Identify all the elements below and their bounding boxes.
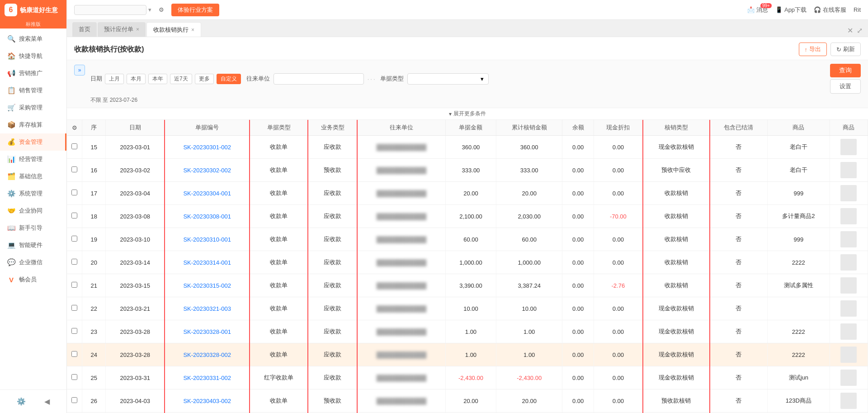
sidebar-item-hardware[interactable]: 💻 智能硬件 bbox=[0, 237, 66, 254]
sidebar-item-ops[interactable]: 📊 经营管理 bbox=[0, 151, 66, 168]
user-info[interactable]: Rit bbox=[854, 6, 861, 13]
doc-no-link[interactable]: SK-20230304-001 bbox=[183, 190, 231, 197]
date-7days-btn[interactable]: 近7天 bbox=[170, 74, 192, 84]
date-last-month-btn[interactable]: 上月 bbox=[105, 74, 124, 84]
row-include-settled: 否 bbox=[710, 136, 768, 159]
row-amount: 10.00 bbox=[445, 297, 496, 320]
sidebar-item-wechat[interactable]: 💬 企业微信 bbox=[0, 254, 66, 271]
sidebar-item-marketing[interactable]: 📢 营销推广 bbox=[0, 65, 66, 82]
doc-no-link[interactable]: SK-20230301-002 bbox=[183, 144, 231, 151]
tab-receipt-close-icon[interactable]: × bbox=[191, 27, 194, 33]
sidebar-item-corp[interactable]: 🤝 企业协同 bbox=[0, 202, 66, 219]
doc-no-link[interactable]: SK-20230403-002 bbox=[183, 398, 231, 404]
app-download-button[interactable]: 📱 App下载 bbox=[775, 6, 807, 14]
tab-expand-icon[interactable]: ⤢ bbox=[857, 26, 863, 35]
solution-button[interactable]: 体验行业方案 bbox=[171, 4, 219, 16]
row-amount: -2,430.00 bbox=[445, 366, 496, 389]
table-header: ⚙ 序 日期 单据编号 单据类型 业务类型 往来单位 单据金额 累计核销金额 余… bbox=[67, 120, 868, 136]
row-checkbox[interactable] bbox=[67, 274, 82, 297]
query-button[interactable]: 查询 bbox=[830, 64, 861, 77]
tab-home[interactable]: 首页 bbox=[72, 22, 97, 37]
stock-icon: 📦 bbox=[7, 121, 15, 129]
row-cancel-type: 预收中应收 bbox=[643, 159, 710, 182]
doc-no-link[interactable]: SK-20230308-001 bbox=[183, 213, 231, 220]
row-discount: -2.76 bbox=[594, 274, 643, 297]
settings-filter-button[interactable]: 设置 bbox=[830, 79, 861, 94]
wechat-icon: 💬 bbox=[7, 258, 15, 266]
doc-no-link[interactable]: SK-20230331-002 bbox=[183, 375, 231, 381]
row-biz-type: 应收款 bbox=[308, 320, 357, 343]
row-date: 2023-03-28 bbox=[106, 320, 165, 343]
collapse-icon[interactable]: ◀ bbox=[44, 397, 50, 406]
sidebar-item-label: 畅会员 bbox=[19, 275, 37, 284]
row-goods: 999 bbox=[767, 182, 830, 205]
row-checkbox[interactable] bbox=[67, 159, 82, 182]
topbar-left: ▾ ⚙ 体验行业方案 bbox=[74, 4, 742, 16]
tab-receipt-label: 收款核销执行 bbox=[153, 26, 189, 34]
doc-no-link[interactable]: SK-20230310-001 bbox=[183, 236, 231, 243]
sidebar-item-purchase[interactable]: 🛒 采购管理 bbox=[0, 99, 66, 116]
chevron-down-icon: ▾ bbox=[481, 76, 484, 82]
sidebar-item-finance[interactable]: 💰 资金管理 bbox=[0, 133, 66, 151]
row-discount: 0.00 bbox=[594, 251, 643, 274]
row-include-settled: 否 bbox=[710, 343, 768, 366]
row-doc-type: 收款单 bbox=[250, 297, 308, 320]
doc-no-link[interactable]: SK-20230321-003 bbox=[183, 305, 231, 312]
sidebar-item-search[interactable]: 🔍 搜索菜单 bbox=[0, 30, 66, 47]
export-button[interactable]: ↑ 导出 bbox=[799, 43, 827, 56]
tab-close-all-icon[interactable]: ✕ bbox=[847, 26, 853, 35]
row-checkbox[interactable] bbox=[67, 251, 82, 274]
row-checkbox[interactable] bbox=[67, 320, 82, 343]
row-checkbox[interactable] bbox=[67, 182, 82, 205]
row-checkbox[interactable] bbox=[67, 366, 82, 389]
ops-icon: 📊 bbox=[7, 155, 15, 163]
settings-icon[interactable]: ⚙️ bbox=[17, 397, 26, 406]
doc-type-select[interactable]: ▾ bbox=[407, 73, 489, 85]
row-checkbox[interactable] bbox=[67, 343, 82, 366]
row-cancel-type: 预收款核销 bbox=[643, 389, 710, 413]
online-service-button[interactable]: 🎧 在线客服 bbox=[814, 6, 846, 14]
tab-receipt[interactable]: 收款核销执行 × bbox=[146, 22, 201, 37]
row-amount: 20.00 bbox=[445, 389, 496, 413]
filter-bar: » 日期 上月 本月 本年 近7天 更多 自定义 bbox=[67, 60, 868, 108]
sidebar-item-system[interactable]: ⚙️ 系统管理 bbox=[0, 185, 66, 202]
row-checkbox[interactable] bbox=[67, 205, 82, 228]
notice-button[interactable]: 📩 消息 99+ bbox=[747, 6, 768, 14]
doc-no-link[interactable]: SK-20230328-001 bbox=[183, 328, 231, 335]
sidebar-item-quick[interactable]: 🏠 快捷导航 bbox=[0, 47, 66, 65]
col-header-doc-no: 单据编号 bbox=[165, 120, 250, 136]
row-checkbox[interactable] bbox=[67, 297, 82, 320]
row-checkbox[interactable] bbox=[67, 228, 82, 251]
row-balance: 0.00 bbox=[562, 343, 594, 366]
row-partner: ████████████ bbox=[357, 136, 445, 159]
doc-no-link[interactable]: SK-20230302-002 bbox=[183, 167, 231, 174]
sidebar-item-member[interactable]: V 畅会员 bbox=[0, 271, 66, 288]
sidebar-item-stock[interactable]: 📦 库存核算 bbox=[0, 116, 66, 133]
doc-no-link[interactable]: SK-20230315-002 bbox=[183, 282, 231, 289]
tab-prepay[interactable]: 预计应付单 × bbox=[98, 22, 146, 37]
row-balance: 0.00 bbox=[562, 136, 594, 159]
doc-no-link[interactable]: SK-20230314-001 bbox=[183, 259, 231, 266]
refresh-button[interactable]: ↻ 刷新 bbox=[830, 43, 861, 56]
date-custom-btn[interactable]: 自定义 bbox=[217, 74, 241, 84]
row-cancel-type: 收款核销 bbox=[643, 251, 710, 274]
sidebar-item-guide[interactable]: 📖 新手引导 bbox=[0, 219, 66, 237]
tab-prepay-close-icon[interactable]: × bbox=[136, 26, 139, 33]
expand-more-button[interactable]: ▾ 展开更多条件 bbox=[449, 110, 486, 118]
row-goods2 bbox=[830, 159, 868, 182]
sidebar-item-basic[interactable]: 🗂️ 基础信息 bbox=[0, 168, 66, 185]
filter-toggle-button[interactable]: » bbox=[74, 65, 85, 76]
col-header-gear[interactable]: ⚙ bbox=[67, 120, 82, 136]
row-seq: 17 bbox=[82, 182, 106, 205]
sidebar-item-label: 新手引导 bbox=[19, 224, 42, 232]
sidebar-item-sales[interactable]: 📋 销售管理 bbox=[0, 82, 66, 99]
doc-no-link[interactable]: SK-20230328-002 bbox=[183, 351, 231, 358]
breadcrumb-input[interactable] bbox=[74, 5, 146, 15]
gear-button[interactable]: ⚙ bbox=[155, 4, 168, 16]
row-checkbox[interactable] bbox=[67, 136, 82, 159]
date-this-month-btn[interactable]: 本月 bbox=[127, 74, 146, 84]
date-more-btn[interactable]: 更多 bbox=[195, 74, 214, 84]
partner-filter-input[interactable] bbox=[274, 73, 364, 85]
row-checkbox[interactable] bbox=[67, 389, 82, 413]
date-this-year-btn[interactable]: 本年 bbox=[148, 74, 167, 84]
